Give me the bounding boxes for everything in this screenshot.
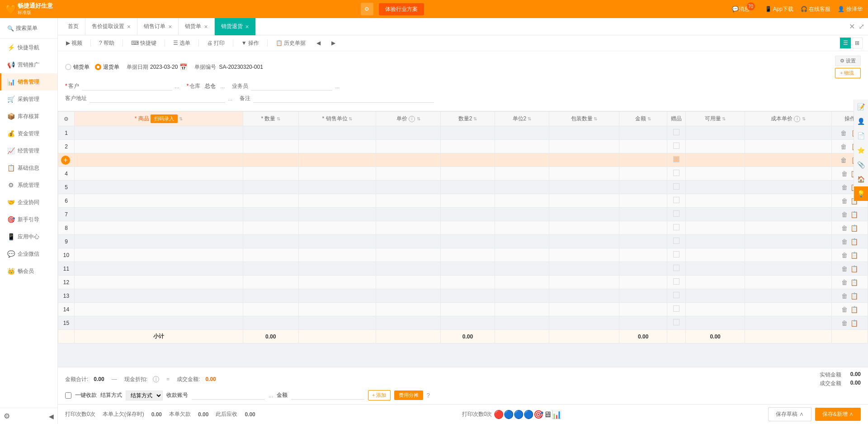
row-2-product[interactable] [75, 140, 243, 153]
message-btn[interactable]: 💬 消息 70 [732, 5, 758, 13]
remark-input[interactable] [253, 94, 434, 103]
row-1-amount[interactable] [619, 126, 667, 140]
row-1-delete-icon[interactable]: 🗑 [840, 129, 847, 137]
row-3-cost-price[interactable] [745, 153, 831, 167]
row-1-quantity2[interactable] [441, 126, 495, 140]
row-6-product[interactable] [75, 194, 243, 208]
calendar-icon[interactable]: 📅 [179, 63, 187, 71]
float-btn-4[interactable]: ⭐ [854, 143, 868, 157]
row-10-product[interactable] [75, 248, 243, 262]
row-3-unit2[interactable] [495, 153, 549, 167]
sidebar-item-finance[interactable]: 💰 资金管理 [0, 125, 57, 142]
fee-help-icon[interactable]: ? [427, 392, 430, 399]
user-area[interactable]: 👤 徐泽华 [838, 5, 863, 13]
row-3-pack-qty[interactable] [549, 153, 619, 167]
row-1-pack-qty[interactable] [549, 126, 619, 140]
experience-btn[interactable]: 体验行业方案 [379, 3, 424, 15]
calc-method-select[interactable]: 结算方式 [126, 391, 163, 400]
row-1-available[interactable] [686, 126, 745, 140]
tab-sales-delivery[interactable]: 销货单 × [179, 18, 214, 35]
float-btn-3[interactable]: 📄 [854, 129, 868, 143]
unit-price-info-icon[interactable]: i [409, 116, 415, 122]
operation-btn[interactable]: ▼ 操作 [239, 38, 262, 48]
discount-info-icon[interactable]: i [153, 376, 159, 382]
th-available[interactable]: 可用量 [686, 112, 745, 126]
tab-sales-return-close[interactable]: × [245, 23, 249, 30]
float-btn-2[interactable]: 👤 [854, 114, 868, 129]
gear-icon[interactable]: ⚙ [361, 3, 373, 15]
print-btn[interactable]: 🖨 打印 [204, 38, 227, 48]
float-btn-5[interactable]: 📎 [854, 157, 868, 172]
amount-input[interactable] [291, 391, 364, 400]
service-btn[interactable]: 🎧 在线客服 [801, 5, 830, 13]
settings-btn[interactable]: ⚙ 设置 [835, 56, 861, 66]
row-2-unit-price[interactable] [376, 140, 441, 153]
sidebar-item-app-center[interactable]: 📱 应用中心 [0, 228, 57, 245]
sidebar-item-enterprise-wechat[interactable]: 💬 企业微信 [0, 245, 57, 262]
sidebar-item-inventory[interactable]: 📦 库存核算 [0, 108, 57, 125]
th-quantity[interactable]: * 数量 [243, 112, 299, 126]
row-3-amount[interactable] [619, 153, 667, 167]
row-9-product[interactable] [75, 235, 243, 248]
th-cost-price[interactable]: 成本单价 i [745, 112, 831, 126]
view-list-btn[interactable]: ☰ [840, 38, 851, 48]
tab-sales-order-close[interactable]: × [168, 23, 172, 30]
history-btn[interactable]: 📋 历史单据 [273, 38, 308, 48]
address-dots[interactable]: ... [228, 95, 232, 102]
float-btn-1[interactable]: 📝 [854, 100, 868, 114]
add-row-btn[interactable]: + [61, 156, 70, 165]
row-3-delete-icon[interactable]: 🗑 [840, 157, 847, 164]
row-14-product[interactable] [75, 303, 243, 316]
row-2-delete-icon[interactable]: 🗑 [840, 143, 847, 150]
sidebar-item-member[interactable]: 👑 畅会员 [0, 262, 57, 280]
sidebar-item-quick-nav[interactable]: ⚡ 快捷导航 [0, 39, 57, 56]
tab-price-setting-close[interactable]: × [127, 23, 131, 30]
row-2-quantity2[interactable] [441, 140, 495, 153]
row-15-product[interactable] [75, 316, 243, 330]
row-4-product[interactable] [75, 167, 243, 181]
th-pack-qty[interactable]: 包装数量 [549, 112, 619, 126]
tab-close-all-icon[interactable]: ✕ [849, 22, 855, 31]
row-11-product[interactable] [75, 262, 243, 276]
row-3-quantity2[interactable] [441, 153, 495, 167]
row-5-product[interactable] [75, 181, 243, 194]
salesperson-input[interactable] [251, 82, 332, 91]
account-input[interactable] [192, 391, 265, 400]
row-1-unit-price[interactable] [376, 126, 441, 140]
row-1-unit2[interactable] [495, 126, 549, 140]
row-13-product[interactable] [75, 289, 243, 303]
row-2-available[interactable] [686, 140, 745, 153]
row-3-add[interactable]: + [58, 153, 75, 167]
th-quantity2[interactable]: 数量2 [441, 112, 495, 126]
nav-next-btn[interactable]: ▶ [329, 39, 338, 47]
tab-sales-order[interactable]: 销售订单 × [137, 18, 179, 35]
row-1-gift-checkbox[interactable] [673, 129, 679, 135]
row-2-unit2[interactable] [495, 140, 549, 153]
row-12-product[interactable] [75, 276, 243, 289]
row-3-product-input[interactable] [77, 157, 240, 163]
row-3-available[interactable] [686, 153, 745, 167]
download-btn[interactable]: 📱 App下载 [765, 5, 793, 13]
select-btn[interactable]: ☰ 选单 [170, 38, 193, 48]
row-2-gift-checkbox[interactable] [673, 143, 679, 149]
row-2-gift[interactable] [667, 140, 686, 153]
row-2-quantity[interactable] [243, 140, 299, 153]
th-amount[interactable]: 金额 [619, 112, 667, 126]
float-btn-7[interactable]: 💡 [854, 186, 868, 201]
warehouse-dots[interactable]: ... [220, 83, 225, 90]
save-draft-btn[interactable]: 保存草稿 ∧ [768, 407, 811, 421]
add-payment-btn[interactable]: + 添加 [368, 390, 390, 400]
row-3-quantity[interactable] [243, 153, 299, 167]
customer-dots[interactable]: ... [175, 83, 179, 90]
logistics-btn[interactable]: + 物流 [835, 68, 861, 78]
view-grid-btn[interactable]: ⊞ [852, 38, 863, 48]
sidebar-collapse-icon[interactable]: ◀ [49, 413, 54, 420]
customer-input[interactable] [82, 82, 172, 91]
fee-split-btn[interactable]: 费用分摊 [394, 391, 423, 400]
sidebar-item-enterprise[interactable]: 🤝 企业协同 [0, 194, 57, 211]
row-8-product[interactable] [75, 221, 243, 235]
row-1-product[interactable] [75, 126, 243, 140]
row-3-gift[interactable] [667, 153, 686, 167]
sidebar-item-new-guide[interactable]: 🎯 新手引导 [0, 211, 57, 228]
th-sales-unit[interactable]: * 销售单位 [298, 112, 376, 126]
